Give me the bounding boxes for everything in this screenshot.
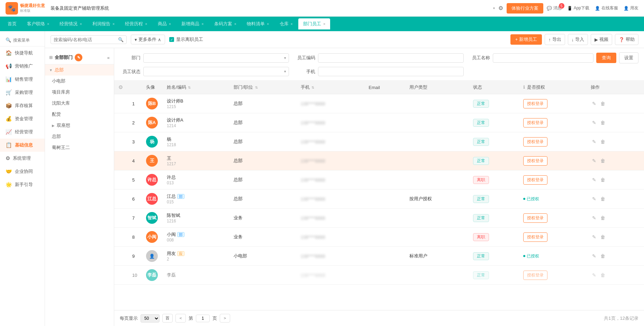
dept-tree-item-shuangzuo[interactable]: ▶ 双座想 (45, 120, 114, 131)
dept-select[interactable] (143, 53, 289, 63)
tab-goods[interactable]: 商品 × (153, 18, 176, 29)
next-page-btn[interactable]: ＞ (220, 314, 230, 323)
view-button[interactable]: ▶ 视频 (591, 34, 612, 45)
tab-customer[interactable]: 客户联络 × (22, 18, 54, 29)
first-page-btn[interactable]: 首 (162, 314, 173, 323)
gear-icon[interactable]: ⚙ (498, 5, 503, 11)
tab-operations[interactable]: 经营情况 × (55, 18, 87, 29)
dept-tree-item-xiaodian[interactable]: 小电部 (45, 76, 114, 87)
tab-staff[interactable]: 部门员工 × (298, 18, 330, 29)
delete-btn[interactable]: 🗑 (599, 253, 607, 259)
close-icon[interactable]: × (323, 22, 325, 26)
auth-login-btn[interactable]: 授权登录 (523, 137, 547, 147)
dept-tree-item-zongbu[interactable]: 总部 (45, 131, 114, 142)
sidebar-item-purchase[interactable]: 🛒 采购管理 (0, 86, 45, 99)
dept-tree-item-distribution[interactable]: 配货 (45, 109, 114, 120)
settings-col-icon[interactable]: ⚙ (118, 84, 123, 90)
auth-login-btn[interactable]: 授权登录 (523, 99, 547, 108)
delete-btn[interactable]: 🗑 (599, 176, 607, 183)
edit-btn[interactable]: ✎ (591, 195, 598, 202)
edit-btn[interactable]: ✎ (591, 119, 598, 126)
sidebar-item-system[interactable]: ⚙ 系统管理 (0, 152, 45, 165)
sidebar-item-navigation[interactable]: 🏠 快捷导航 (0, 46, 45, 60)
close-icon[interactable]: × (145, 22, 147, 26)
prev-page-btn[interactable]: ＜ (175, 314, 186, 323)
collapse-btn[interactable]: « (107, 55, 110, 60)
setting-button[interactable]: 设置 (619, 52, 638, 63)
per-page-select[interactable]: 50 20 100 (140, 314, 160, 323)
tab-new-goods[interactable]: 新增商品 × (176, 18, 208, 29)
search-button[interactable]: 查询 (596, 53, 616, 63)
import-button[interactable]: ↓ 导入 (568, 34, 588, 45)
close-icon[interactable]: × (291, 22, 293, 26)
help-button[interactable]: ❓ 帮助 (615, 34, 638, 45)
trial-button[interactable]: 体验行业方案 (507, 3, 543, 14)
auth-login-btn[interactable]: 授权登录 (523, 232, 547, 242)
edit-btn[interactable]: ✎ (591, 253, 598, 259)
sidebar-item-marketing[interactable]: 📢 营销推广 (0, 60, 45, 73)
sidebar-item-basic-info[interactable]: 📋 基础信息 (0, 139, 45, 152)
tab-barcode[interactable]: 条码方案 × (209, 18, 241, 29)
sidebar-item-inventory[interactable]: 📦 库存核算 (0, 99, 45, 112)
tab-bom[interactable]: 物料清单 × (242, 18, 274, 29)
message-btn[interactable]: 💬 消息 5 (547, 5, 562, 11)
export-button[interactable]: ↑ 导出 (545, 34, 565, 45)
close-icon[interactable]: × (47, 22, 49, 26)
online-service-btn[interactable]: 👤 在线客服 (595, 5, 618, 11)
sort-icon[interactable]: ⇅ (311, 86, 314, 89)
dept-all-label[interactable]: 全部部门 (55, 54, 73, 61)
delete-btn[interactable]: 🗑 (599, 138, 607, 145)
show-resigned-checkbox[interactable]: 显示离职员工 (169, 36, 203, 43)
sidebar-item-collab[interactable]: 🤝 企业协同 (0, 165, 45, 178)
tab-home[interactable]: 首页 (3, 18, 21, 29)
edit-btn[interactable]: ✎ (591, 214, 598, 221)
dept-tree-item-puzhi[interactable]: 葡树王二 (45, 142, 114, 153)
close-icon[interactable]: × (80, 22, 82, 26)
close-icon[interactable]: × (169, 22, 171, 26)
sidebar-item-operations[interactable]: 📈 经营管理 (0, 125, 45, 139)
dept-tree-item-project[interactable]: 项目库房 (45, 87, 114, 98)
tab-warehouse[interactable]: 仓库 × (275, 18, 298, 29)
page-input[interactable] (196, 315, 210, 322)
auth-login-btn[interactable]: 授权登录 (523, 118, 547, 127)
tab-profit[interactable]: 利润报告 × (88, 18, 119, 29)
delete-btn[interactable]: 🗑 (599, 214, 607, 221)
dept-tree-root[interactable]: ▼ 总部 (45, 64, 114, 76)
dept-tree-item-shenyang[interactable]: 沈阳大库 (45, 98, 114, 109)
sidebar-search-item[interactable]: 🔍 (0, 34, 45, 46)
close-icon[interactable]: × (112, 22, 115, 26)
tab-history[interactable]: 经营历程 × (120, 18, 152, 29)
edit-btn[interactable]: ✎ (591, 100, 598, 107)
dept-edit-btn[interactable]: ✎ (75, 54, 82, 61)
app-download-btn[interactable]: 📱 App下载 (567, 5, 589, 11)
delete-btn[interactable]: 🗑 (599, 119, 607, 126)
edit-btn[interactable]: ✎ (591, 176, 598, 183)
close-icon[interactable]: × (201, 22, 203, 26)
auth-login-btn[interactable]: 授权登录 (523, 271, 547, 280)
status-select[interactable] (143, 67, 289, 76)
sidebar-search-input[interactable] (13, 38, 37, 43)
user-avatar-btn[interactable]: 👤 用友 (624, 5, 638, 11)
edit-btn[interactable]: ✎ (591, 272, 598, 279)
system-dropdown-arrow[interactable]: ▾ (493, 6, 495, 10)
sidebar-item-sales[interactable]: 📊 销售管理 (0, 73, 45, 86)
emp-name-input[interactable] (493, 53, 593, 63)
sort-icon[interactable]: ⇅ (188, 86, 191, 89)
edit-btn[interactable]: ✎ (591, 234, 598, 240)
auth-login-btn[interactable]: 授权登录 (523, 213, 547, 223)
edit-btn[interactable]: ✎ (591, 157, 598, 164)
delete-btn[interactable]: 🗑 (599, 195, 607, 202)
phone-input[interactable] (318, 67, 464, 76)
sidebar-item-finance[interactable]: 💰 资金管理 (0, 112, 45, 125)
add-employee-button[interactable]: + 新增员工 (510, 34, 542, 45)
delete-btn[interactable]: 🗑 (599, 272, 607, 279)
close-icon[interactable]: × (267, 22, 269, 26)
more-conditions-btn[interactable]: ▾ 更多条件 ∧ (131, 35, 165, 44)
emp-code-input[interactable] (318, 53, 464, 63)
sidebar-item-guide[interactable]: 🌟 新手引导 (0, 178, 45, 191)
sort-icon[interactable]: ⇅ (255, 86, 258, 89)
auth-login-btn[interactable]: 授权登录 (523, 156, 547, 166)
close-icon[interactable]: × (234, 22, 236, 26)
edit-btn[interactable]: ✎ (591, 138, 598, 145)
delete-btn[interactable]: 🗑 (599, 157, 607, 164)
